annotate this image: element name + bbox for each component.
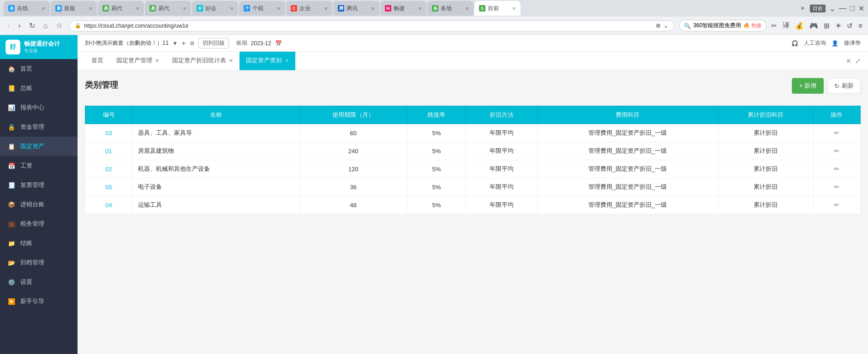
cut-icon[interactable]: ✂ <box>771 22 777 30</box>
site-info-icon[interactable]: ⚙ <box>656 23 661 29</box>
switch-version-button[interactable]: 切到旧版 <box>198 38 229 48</box>
sidebar-item-tax[interactable]: 💼 税务管理 <box>0 214 78 234</box>
cell-period: 36 <box>299 178 407 196</box>
tab-close-icon[interactable]: ✕ <box>89 6 92 11</box>
tab-list-icon[interactable]: ⌄ <box>829 4 835 13</box>
edit-icon[interactable]: ✏ <box>834 129 839 137</box>
tab-close-icon[interactable]: ✕ <box>277 6 281 11</box>
content-tab-close[interactable]: ✕ <box>155 58 159 64</box>
calendar-icon[interactable]: 📅 <box>275 40 282 47</box>
reload-button[interactable]: ↻ <box>27 19 37 32</box>
tab-close-icon[interactable]: ✕ <box>418 6 422 11</box>
cell-actions: ✏ <box>813 142 860 160</box>
cell-accum: 累计折旧 <box>718 142 813 160</box>
tab-close-icon[interactable]: ✕ <box>371 6 375 11</box>
tab-close-icon[interactable]: ✕ <box>136 6 139 11</box>
sidebar-item-asset[interactable]: 📋 固定资产 <box>0 137 78 156</box>
edit-icon[interactable]: ✏ <box>834 183 839 191</box>
tab-label: 易代 <box>111 5 122 12</box>
sidebar-label-asset: 固定资产 <box>20 142 44 150</box>
browser-tab-8[interactable]: M 畅捷 ✕ <box>380 1 426 16</box>
minimize-icon[interactable]: — <box>839 4 846 12</box>
bookmark-button[interactable]: ☆ <box>54 19 64 32</box>
maximize-icon[interactable]: □ <box>850 4 855 12</box>
sidebar-icon-purchase: 📦 <box>7 201 16 208</box>
cell-method: 年限平均 <box>466 196 537 214</box>
browser-tab-4[interactable]: 好 好会 ✕ <box>192 1 238 16</box>
tab-close-icon[interactable]: ✕ <box>230 6 233 11</box>
url-bar[interactable]: 🔒 https://cloud.chanjet.com/accounting/u… <box>69 20 674 31</box>
home-button[interactable]: ⌂ <box>42 20 50 32</box>
edit-icon[interactable]: ✏ <box>834 201 839 209</box>
cell-expense: 管理费用_固定资产折旧_一级 <box>537 124 718 142</box>
undo-icon[interactable]: ↺ <box>847 22 853 30</box>
translate-icon[interactable]: 译 <box>783 21 790 30</box>
browser-tab-0[interactable]: 在 在线 ✕ <box>4 1 50 16</box>
game-icon[interactable]: 🎮 <box>809 22 818 30</box>
sidebar-item-settings[interactable]: ⚙️ 设置 <box>0 272 78 292</box>
content-tab-close[interactable]: ✕ <box>285 58 289 64</box>
sidebar-label-salary: 工资 <box>20 162 32 170</box>
settings-icon[interactable]: ⚙ <box>190 40 195 47</box>
top-bar-right: 🎧 人工咨询 👤 徐泽华 <box>791 39 861 47</box>
browser-tab-9[interactable]: 各 各地 ✕ <box>427 1 473 16</box>
table-header-col: 操作 <box>813 106 860 124</box>
sidebar-label-home: 首页 <box>20 65 32 73</box>
close-window-icon[interactable]: ✕ <box>858 4 864 13</box>
wallet-icon[interactable]: 💰 <box>795 22 804 30</box>
tab-close-icon[interactable]: ✕ <box>324 6 328 11</box>
search-icon: 🔍 <box>684 23 691 29</box>
dropdown-icon[interactable]: ▼ <box>172 40 178 47</box>
edit-icon[interactable]: ✏ <box>834 165 839 173</box>
url-dropdown-icon[interactable]: ⌄ <box>664 23 668 29</box>
expand-icon[interactable]: ⤢ <box>855 57 861 65</box>
sidebar-item-invoice[interactable]: 🧾 发票管理 <box>0 175 78 195</box>
browser-tab-3[interactable]: 易 易代 ✕ <box>145 1 191 16</box>
content-tab-depreciation[interactable]: 固定资产折旧统计表 ✕ <box>166 52 239 70</box>
browser-tab-6[interactable]: C 企业 ✕ <box>286 1 332 16</box>
browser-tab-7[interactable]: 腾 腾讯 ✕ <box>333 1 379 16</box>
page-content: 类别管理 + 新增 ↻ 刷新 编号名称使用期限（月）残值率折旧方法费用科目累计折… <box>78 71 868 354</box>
sidebar-item-guide[interactable]: ▶️ 新手引导 <box>0 292 78 311</box>
new-tab-button[interactable]: + <box>796 2 809 15</box>
add-button[interactable]: + 新增 <box>792 78 824 94</box>
tab-close-icon[interactable]: ✕ <box>42 6 45 11</box>
tab-label: 在线 <box>17 5 28 12</box>
cell-method: 年限平均 <box>466 160 537 178</box>
browser-tab-2[interactable]: 易 易代 ✕ <box>98 1 144 16</box>
tab-close-icon[interactable]: ✕ <box>465 6 469 11</box>
back-button[interactable]: ‹ <box>6 20 12 32</box>
tab-count-badge[interactable]: 目前 <box>810 5 826 12</box>
tab-close-icon[interactable]: ✕ <box>183 6 186 11</box>
tab-close-icon[interactable]: ✕ <box>512 6 516 11</box>
add-account-icon[interactable]: + <box>181 39 186 48</box>
table-body: 03 器具、工具、家具等 60 5% 年限平均 管理费用_固定资产折旧_一级 累… <box>85 124 861 214</box>
refresh-button[interactable]: ↻ 刷新 <box>827 78 861 94</box>
content-tab-home[interactable]: 首页 <box>85 52 110 70</box>
grid-icon[interactable]: ⊞ <box>824 22 830 30</box>
browser-tab-1[interactable]: 新 新版 ✕ <box>51 1 97 16</box>
sidebar-item-report[interactable]: 📊 报表中心 <box>0 98 78 117</box>
edit-icon[interactable]: ✏ <box>834 147 839 155</box>
forward-button[interactable]: › <box>16 20 22 32</box>
menu-icon[interactable]: ≡ <box>858 22 862 30</box>
sun-icon[interactable]: ☀ <box>835 22 841 30</box>
sidebar-item-fund[interactable]: 🔒 资金管理 <box>0 117 78 137</box>
sidebar-item-home[interactable]: 🏠 首页 <box>0 59 78 78</box>
content-tab-close[interactable]: ✕ <box>229 58 233 64</box>
tab-label: 新版 <box>64 5 75 12</box>
sidebar-item-archive[interactable]: 📂 归档管理 <box>0 253 78 272</box>
sidebar-item-ledger[interactable]: 📒 总账 <box>0 78 78 98</box>
service-label[interactable]: 人工咨询 <box>804 39 826 47</box>
browser-tab-5[interactable]: 个 个税 ✕ <box>239 1 285 16</box>
sidebar-item-purchase[interactable]: 📦 进销台账 <box>0 195 78 214</box>
content-tab-asset_mgmt[interactable]: 固定资产管理 ✕ <box>110 52 166 70</box>
sidebar-item-close[interactable]: 📁 结账 <box>0 234 78 253</box>
sidebar-item-salary[interactable]: 📅 工资 <box>0 156 78 175</box>
tab-label: 企业 <box>299 5 311 12</box>
browser-tab-10[interactable]: S 目前 ✕ <box>474 1 521 16</box>
content-tab-asset_category[interactable]: 固定资产类别 ✕ <box>239 52 295 70</box>
close-tab-icon[interactable]: ✕ <box>846 57 851 65</box>
search-bar[interactable]: 🔍 360智能抠图免费用 🔥 热搜 <box>679 20 766 31</box>
sidebar-label-guide: 新手引导 <box>20 297 44 306</box>
